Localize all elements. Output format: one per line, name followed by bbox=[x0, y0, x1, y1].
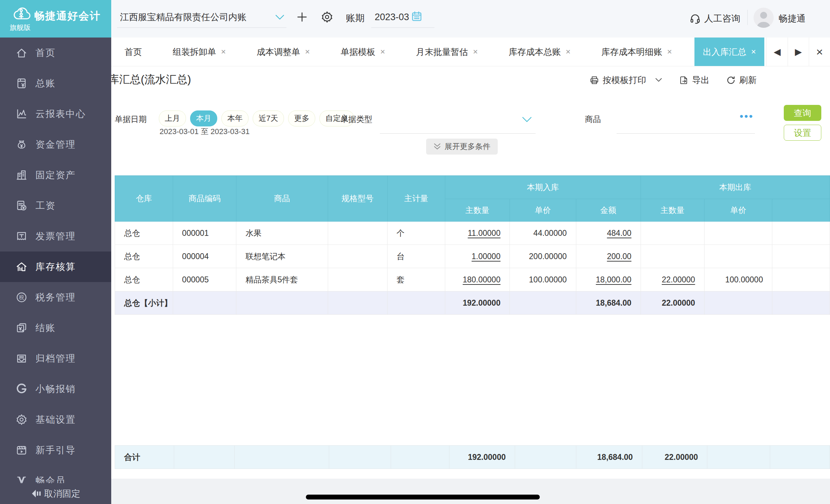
col-in-price: 单价 bbox=[510, 199, 576, 222]
tab-month-end-estimate[interactable]: 月末批量暂估× bbox=[408, 38, 486, 66]
col-out-amount bbox=[772, 199, 830, 222]
in-qty-link[interactable]: 180.00000 bbox=[463, 275, 501, 284]
chip-this-year[interactable]: 本年 bbox=[221, 110, 249, 126]
in-amount-link[interactable]: 200.00 bbox=[607, 252, 631, 261]
sidebar-item-cloud-reports[interactable]: 云报表中心 bbox=[0, 99, 111, 129]
sidebar-item-fixed-assets[interactable]: 固定资产 bbox=[0, 160, 111, 190]
sidebar-item-tax[interactable]: 税 税务管理 bbox=[0, 282, 111, 313]
chevron-down-icon[interactable] bbox=[522, 117, 532, 123]
sidebar-item-payroll[interactable]: 工资 bbox=[0, 190, 111, 221]
in-amount-link[interactable]: 18,000.00 bbox=[596, 275, 631, 284]
tab-in-out-summary[interactable]: 出入库汇总× bbox=[694, 38, 764, 66]
close-icon[interactable]: × bbox=[473, 47, 478, 57]
close-icon[interactable]: × bbox=[221, 47, 226, 57]
chip-this-month[interactable]: 本月 bbox=[190, 110, 217, 126]
product-picker-ellipsis[interactable]: ••• bbox=[740, 110, 754, 122]
sidebar-item-closing[interactable]: 结账 bbox=[0, 313, 111, 343]
cell-out-amount bbox=[772, 222, 830, 245]
doc-type-input[interactable] bbox=[380, 133, 536, 134]
tab-home[interactable]: 首页 bbox=[116, 38, 150, 66]
in-qty-link[interactable]: 11.00000 bbox=[468, 229, 501, 238]
toolbar: 按模板打印 导出 刷新 bbox=[589, 74, 757, 86]
subtotal-row: 总仓【小计】 192.00000 18,684.00 22.00000 bbox=[115, 291, 830, 315]
chevron-down-icon[interactable] bbox=[275, 15, 284, 20]
invoice-icon bbox=[15, 230, 28, 242]
cell-unit: 套 bbox=[387, 268, 445, 291]
settings-button[interactable]: 设置 bbox=[784, 125, 821, 141]
svg-text:税: 税 bbox=[19, 294, 24, 300]
horizontal-scrollbar[interactable] bbox=[306, 495, 540, 499]
avatar[interactable] bbox=[754, 8, 774, 28]
out-qty-link[interactable]: 22.00000 bbox=[662, 275, 695, 284]
date-range[interactable]: 2023-03-01 至 2023-03-31 bbox=[160, 126, 250, 137]
money-bag-icon bbox=[15, 138, 28, 151]
calendar-icon[interactable] bbox=[411, 10, 423, 22]
add-icon[interactable] bbox=[296, 11, 308, 23]
in-qty-link[interactable]: 1.00000 bbox=[472, 252, 501, 261]
printer-icon bbox=[589, 75, 599, 85]
print-by-template-button[interactable]: 按模板打印 bbox=[589, 74, 662, 86]
close-icon[interactable]: × bbox=[380, 47, 385, 57]
col-out-qty: 主数量 bbox=[641, 199, 704, 222]
product-input[interactable] bbox=[617, 133, 755, 134]
refresh-button[interactable]: 刷新 bbox=[726, 74, 757, 86]
app: { "brand": {"name": "畅捷通好会计", "edition":… bbox=[0, 0, 830, 504]
topbar-divider bbox=[747, 10, 748, 25]
total-in-qty: 192.00000 bbox=[449, 446, 515, 469]
tab-scroll-left-icon[interactable]: ◀ bbox=[766, 38, 788, 66]
table-row: 总仓 000004 联想笔记本 台 1.00000 200.00000 200.… bbox=[115, 245, 830, 268]
refresh-icon bbox=[726, 75, 736, 85]
sidebar-item-guide[interactable]: 新手引导 bbox=[0, 435, 111, 465]
period-value[interactable]: 2023-03 bbox=[375, 12, 409, 23]
close-icon[interactable]: × bbox=[751, 47, 756, 57]
chip-last-7-days[interactable]: 近7天 bbox=[253, 110, 284, 126]
query-button[interactable]: 查询 bbox=[784, 105, 821, 121]
subtotal-in-amount: 18,684.00 bbox=[576, 291, 641, 315]
tab-controls: ◀ ▶ × bbox=[766, 38, 830, 66]
chip-more[interactable]: 更多 bbox=[288, 110, 315, 126]
period-underline bbox=[371, 27, 434, 28]
cell-product: 精品茶具5件套 bbox=[236, 268, 328, 291]
close-icon[interactable]: × bbox=[667, 47, 672, 57]
company-selector[interactable]: 江西服宝精品有限责任公司内账 bbox=[120, 11, 246, 23]
sidebar-item-general-ledger[interactable]: 总账 bbox=[0, 68, 111, 99]
cell-code: 000004 bbox=[173, 245, 236, 268]
sidebar-item-inventory[interactable]: 库存核算 bbox=[0, 251, 111, 282]
sidebar-item-archive[interactable]: 归档管理 bbox=[0, 343, 111, 374]
headset-icon bbox=[690, 13, 701, 24]
col-unit: 主计量 bbox=[387, 176, 445, 222]
tab-doc-template[interactable]: 单据模板× bbox=[332, 38, 393, 66]
person-icon bbox=[754, 8, 774, 28]
username[interactable]: 畅捷通 bbox=[779, 13, 806, 25]
sidebar-item-invoice[interactable]: 发票管理 bbox=[0, 221, 111, 251]
sidebar-item-home[interactable]: 首页 bbox=[0, 38, 111, 68]
chip-last-month[interactable]: 上月 bbox=[159, 110, 186, 126]
tab-assembly[interactable]: 组装拆卸单× bbox=[164, 38, 234, 66]
sidebar-item-funds[interactable]: 资金管理 bbox=[0, 129, 111, 160]
cell-unit: 个 bbox=[387, 222, 445, 245]
tab-scroll-right-icon[interactable]: ▶ bbox=[788, 38, 809, 66]
support-entry[interactable]: 人工咨询 bbox=[690, 13, 740, 25]
gear-icon[interactable] bbox=[320, 10, 334, 24]
tabs-close-icon[interactable]: × bbox=[809, 38, 830, 66]
col-spec: 规格型号 bbox=[328, 176, 387, 222]
brand-name: 畅捷通好会计 bbox=[34, 9, 101, 23]
chevron-down-icon[interactable] bbox=[655, 78, 662, 82]
close-icon[interactable]: × bbox=[305, 47, 310, 57]
tab-inventory-ledger[interactable]: 库存成本总账× bbox=[501, 38, 579, 66]
tab-cost-adjust[interactable]: 成本调整单× bbox=[248, 38, 318, 66]
col-out-price: 单价 bbox=[704, 199, 772, 222]
sidebar-item-settings[interactable]: 基础设置 bbox=[0, 404, 111, 435]
unpin-sidebar-button[interactable]: 取消固定 bbox=[0, 483, 111, 504]
cell-spec bbox=[328, 245, 387, 268]
cell-out-qty bbox=[641, 222, 704, 245]
cell-code: 000001 bbox=[173, 222, 236, 245]
sidebar-item-expense[interactable]: 小畅报销 bbox=[0, 374, 111, 404]
in-amount-link[interactable]: 484.00 bbox=[607, 229, 631, 238]
tab-inventory-detail[interactable]: 库存成本明细账× bbox=[593, 38, 680, 66]
building-icon bbox=[15, 169, 28, 181]
close-icon[interactable]: × bbox=[566, 47, 571, 57]
cell-out-price bbox=[704, 222, 772, 245]
export-button[interactable]: 导出 bbox=[679, 74, 709, 86]
expand-more-conditions[interactable]: 展开更多条件 bbox=[426, 139, 498, 155]
